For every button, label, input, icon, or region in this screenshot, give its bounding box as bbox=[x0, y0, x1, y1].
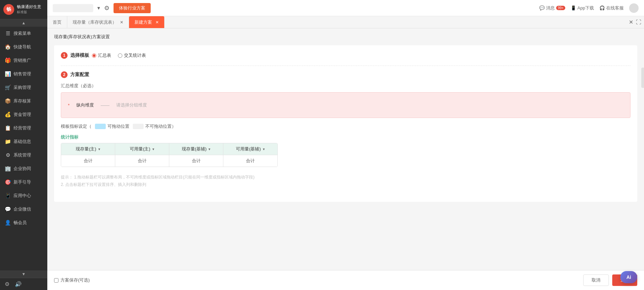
tab-new-plan-label: 新建方案 bbox=[134, 19, 152, 25]
sidebar-item-search-menu[interactable]: ☰ 搜索菜单 bbox=[0, 27, 47, 40]
topbar-search-input[interactable] bbox=[53, 4, 93, 12]
step2-title: 方案配置 bbox=[70, 72, 89, 78]
sidebar-item-label: 搜索菜单 bbox=[14, 30, 31, 37]
radio-summary-input[interactable] bbox=[92, 53, 96, 58]
sidebar-item-newbie[interactable]: 🎯 新手引导 bbox=[0, 175, 47, 189]
tab-new-plan[interactable]: 新建方案 ✕ bbox=[129, 16, 165, 28]
tab-inventory-status[interactable]: 现存量（库存状况表） ✕ bbox=[67, 16, 129, 28]
divider1 bbox=[61, 66, 630, 66]
sidebar-item-label: 企业微信 bbox=[14, 206, 31, 212]
tab-close-button[interactable]: ✕ bbox=[629, 19, 633, 25]
tab-inventory-status-close[interactable]: ✕ bbox=[120, 20, 123, 25]
search-menu-icon: ☰ bbox=[5, 30, 11, 37]
marketing-icon: 🎁 bbox=[5, 57, 11, 64]
stats-header-cell-1[interactable]: 可用量(主) ▾ bbox=[115, 143, 169, 155]
online-service-label: 在线客服 bbox=[606, 5, 624, 11]
sidebar-item-app-center[interactable]: 📱 应用中心 bbox=[0, 189, 47, 202]
user-avatar[interactable] bbox=[629, 3, 639, 13]
non-draggable-color-box bbox=[133, 124, 144, 129]
finance-icon: 💰 bbox=[5, 112, 11, 118]
online-service-item[interactable]: 🎧 在线客服 bbox=[599, 5, 624, 11]
topbar-left: ▾ ⚙ 体验行业方案 bbox=[53, 3, 151, 13]
settings-bottom-icon[interactable]: ⚙ bbox=[5, 281, 9, 287]
stats-header-cell-3[interactable]: 可用量(基辅) ▾ bbox=[223, 143, 277, 155]
sidebar-item-member[interactable]: 👤 畅会员 bbox=[0, 216, 47, 229]
tab-inventory-status-label: 现存量（库存状况表） bbox=[73, 19, 117, 25]
sidebar-item-label: 基础信息 bbox=[14, 139, 31, 145]
sidebar-item-enterprise[interactable]: 🏢 企业协同 bbox=[0, 162, 47, 175]
topbar-dropdown-button[interactable]: ▾ bbox=[97, 5, 100, 11]
sound-bottom-icon[interactable]: 🔊 bbox=[15, 281, 22, 287]
sidebar-item-label: 应用中心 bbox=[14, 193, 31, 199]
sidebar-item-label: 采购管理 bbox=[14, 84, 31, 91]
sidebar-item-purchase[interactable]: 🛒 采购管理 bbox=[0, 81, 47, 94]
radio-cross-label: 交叉统计表 bbox=[124, 52, 146, 58]
step1-badge: 1 bbox=[61, 52, 68, 59]
stats-label: 统计指标 bbox=[61, 134, 630, 140]
dimension-section-label: 汇总维度（必选） bbox=[61, 83, 630, 89]
dimension-separator: —— bbox=[101, 103, 109, 108]
stats-col3-chevron[interactable]: ▾ bbox=[263, 147, 265, 151]
stats-body-row: 合计 合计 合计 合计 bbox=[61, 155, 277, 167]
non-draggable-tag: 不可拖动位置） bbox=[133, 123, 176, 129]
topbar-gear-icon[interactable]: ⚙ bbox=[104, 4, 109, 12]
app-download-item[interactable]: 📱 App下载 bbox=[571, 5, 594, 11]
tab-home[interactable]: 首页 bbox=[47, 16, 67, 28]
radio-cross[interactable]: 交叉统计表 bbox=[118, 52, 146, 58]
logo-icon: 畅 bbox=[3, 4, 14, 15]
sidebar-item-quick-nav[interactable]: 🏠 快捷导航 bbox=[0, 40, 47, 54]
stats-header-cell-0[interactable]: 现存量(主) ▾ bbox=[61, 143, 115, 155]
cancel-button[interactable]: 取消 bbox=[583, 274, 609, 286]
sidebar-item-sales[interactable]: 📊 销售管理 bbox=[0, 67, 47, 81]
tab-actions: ✕ ⛶ bbox=[629, 19, 644, 25]
tab-new-plan-close[interactable]: ✕ bbox=[155, 20, 159, 25]
stats-header-cell-2[interactable]: 现存量(基辅) ▾ bbox=[169, 143, 223, 155]
stats-col0-chevron[interactable]: ▾ bbox=[98, 147, 100, 151]
basic-info-icon: 📁 bbox=[5, 139, 11, 145]
sidebar-scroll-up[interactable]: ▲ bbox=[0, 19, 47, 27]
sidebar-item-wechat[interactable]: 💬 企业微信 bbox=[0, 202, 47, 216]
draggable-color-box bbox=[95, 124, 106, 129]
sidebar-scroll-down[interactable]: ▼ bbox=[0, 270, 47, 278]
operations-icon: 📋 bbox=[5, 125, 11, 131]
resize-handle[interactable] bbox=[641, 68, 644, 88]
industry-button[interactable]: 体验行业方案 bbox=[114, 3, 151, 13]
message-badge: 99+ bbox=[556, 6, 565, 10]
sidebar-item-marketing[interactable]: 🎁 营销推广 bbox=[0, 54, 47, 67]
sidebar-item-label: 销售管理 bbox=[14, 71, 31, 77]
dimension-box[interactable]: * 纵向维度 —— 请选择分组维度 bbox=[61, 92, 630, 118]
plan-save-checkbox[interactable]: 方案保存(可选) bbox=[54, 277, 90, 283]
plan-save-label: 方案保存(可选) bbox=[60, 277, 90, 283]
radio-summary[interactable]: 汇总表 bbox=[92, 52, 111, 58]
message-item[interactable]: 💬 消息 99+ bbox=[539, 5, 565, 11]
sidebar-item-inventory[interactable]: 📦 库存核算 bbox=[0, 94, 47, 108]
stats-col1-chevron[interactable]: ▾ bbox=[152, 147, 154, 151]
page-title: 现存量(库存状况表)方案设置 bbox=[54, 34, 637, 40]
ai-float-button[interactable]: Ai bbox=[620, 271, 637, 283]
sidebar-item-basic-info[interactable]: 📁 基础信息 bbox=[0, 135, 47, 148]
inventory-icon: 📦 bbox=[5, 98, 11, 104]
stats-body-cell-1: 合计 bbox=[115, 155, 169, 167]
topbar-right: 💬 消息 99+ 📱 App下载 🎧 在线客服 bbox=[539, 3, 639, 13]
indicator-setting-label: 模板指标设定（ bbox=[61, 123, 92, 129]
draggable-tag-label: 可拖动位置 bbox=[107, 123, 129, 129]
wechat-icon: 💬 bbox=[5, 206, 11, 212]
non-draggable-tag-label: 不可拖动位置） bbox=[145, 123, 176, 129]
radio-cross-input[interactable] bbox=[118, 53, 122, 58]
stats-col2-chevron[interactable]: ▾ bbox=[208, 147, 210, 151]
plan-save-input[interactable] bbox=[54, 278, 58, 283]
dimension-label: 纵向维度 bbox=[76, 102, 94, 108]
sidebar-item-operations[interactable]: 📋 经营管理 bbox=[0, 121, 47, 135]
draggable-tag: 可拖动位置 bbox=[95, 123, 129, 129]
ai-float-label: Ai bbox=[626, 274, 631, 280]
stats-header-row: 现存量(主) ▾ 可用量(主) ▾ 现存量(基辅) ▾ 可用量(基辅) bbox=[61, 143, 277, 155]
stats-table: 现存量(主) ▾ 可用量(主) ▾ 现存量(基辅) ▾ 可用量(基辅) bbox=[61, 143, 278, 167]
sidebar-item-finance[interactable]: 💰 资金管理 bbox=[0, 108, 47, 121]
stats-col0-label: 现存量(主) bbox=[76, 146, 96, 152]
sidebar-item-system[interactable]: ⚙ 系统管理 bbox=[0, 148, 47, 162]
tab-expand-button[interactable]: ⛶ bbox=[636, 19, 641, 25]
stats-body-cell-2: 合计 bbox=[169, 155, 223, 167]
hint-line2: 2. 点击标题栏下拉可设置排序、插入列和删除列 bbox=[61, 181, 630, 189]
step2-badge: 2 bbox=[61, 71, 68, 78]
dimension-required-marker: * bbox=[68, 103, 70, 108]
